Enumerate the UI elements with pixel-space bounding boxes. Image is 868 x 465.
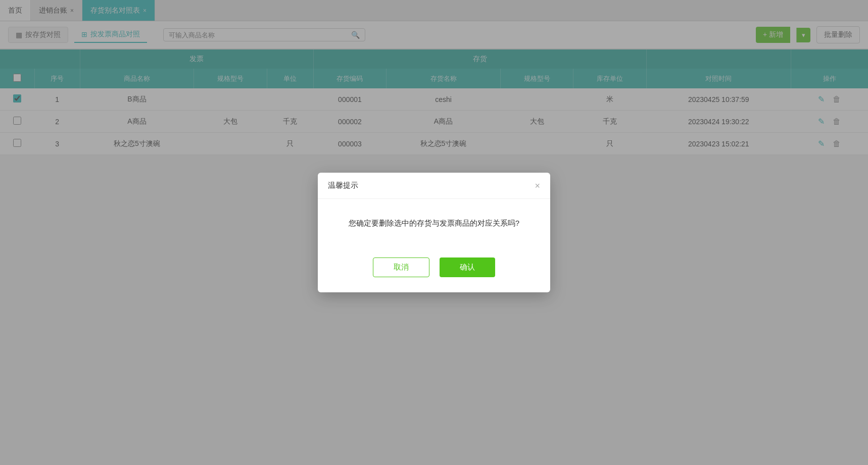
confirm-dialog: 温馨提示 × 您确定要删除选中的存货与发票商品的对应关系吗? 取消 确认 xyxy=(318,173,550,292)
dialog-header: 温馨提示 × xyxy=(318,173,550,199)
dialog-close-button[interactable]: × xyxy=(535,181,540,190)
dialog-confirm-button[interactable]: 确认 xyxy=(440,257,495,277)
dialog-body: 您确定要删除选中的存货与发票商品的对应关系吗? xyxy=(318,199,550,247)
dialog-footer: 取消 确认 xyxy=(318,247,550,292)
dialog-message: 您确定要删除选中的存货与发票商品的对应关系吗? xyxy=(349,219,519,227)
dialog-overlay: 温馨提示 × 您确定要删除选中的存货与发票商品的对应关系吗? 取消 确认 xyxy=(0,0,868,465)
dialog-title: 温馨提示 xyxy=(328,181,358,190)
dialog-cancel-button[interactable]: 取消 xyxy=(373,257,429,277)
